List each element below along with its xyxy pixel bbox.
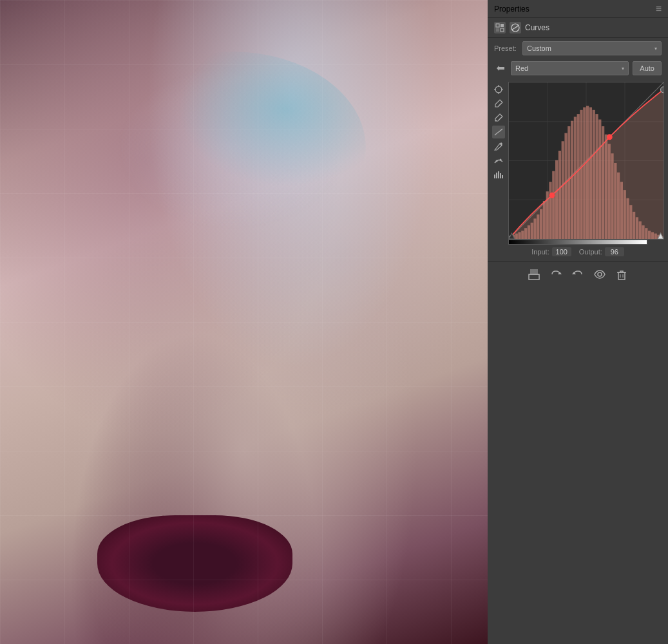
reset-button[interactable]	[549, 267, 563, 281]
undo-button[interactable]	[571, 267, 585, 281]
black-eyedropper-tool[interactable]	[492, 97, 505, 110]
delete-button[interactable]	[615, 267, 629, 281]
preset-dropdown-arrow: ▾	[654, 46, 657, 52]
histogram-view-tool[interactable]	[492, 168, 505, 181]
visibility-button[interactable]	[593, 267, 607, 281]
panel-header: Properties ≡	[488, 0, 668, 18]
clip-to-layer-button[interactable]	[527, 267, 541, 281]
svg-rect-19	[502, 175, 503, 178]
svg-point-12	[495, 120, 497, 121]
channel-value: Red	[515, 64, 528, 72]
preset-dropdown[interactable]: Custom ▾	[522, 41, 662, 55]
svg-rect-83	[618, 272, 625, 279]
curve-tool[interactable]	[492, 126, 505, 138]
tools-column	[491, 82, 506, 240]
svg-rect-78	[530, 269, 538, 274]
input-value: 100	[552, 247, 571, 256]
input-label: Input:	[531, 248, 549, 256]
output-value: 96	[605, 247, 624, 256]
curves-graph[interactable]	[508, 82, 664, 240]
svg-point-82	[598, 272, 602, 276]
svg-rect-18	[500, 173, 501, 178]
curves-icon[interactable]	[510, 22, 521, 33]
svg-point-13	[496, 160, 498, 162]
smooth-tool[interactable]	[492, 154, 505, 167]
curves-container	[488, 78, 668, 243]
gradient-strip	[508, 240, 647, 245]
bottom-toolbar	[488, 261, 668, 287]
canvas-image	[0, 0, 488, 644]
channel-dropdown[interactable]: Red ▾	[511, 61, 629, 75]
channel-arrows-icon[interactable]	[494, 62, 507, 75]
white-point[interactable]	[661, 87, 663, 93]
svg-rect-17	[498, 171, 499, 178]
adjustment-layer-icon[interactable]	[494, 22, 506, 33]
svg-rect-1	[501, 24, 504, 27]
svg-rect-2	[496, 28, 499, 32]
svg-rect-77	[529, 274, 539, 279]
svg-rect-0	[496, 24, 499, 27]
sample-point-tool[interactable]	[492, 83, 505, 96]
output-label: Output:	[579, 248, 602, 256]
curves-label: Curves	[525, 23, 549, 32]
preset-value: Custom	[527, 44, 551, 52]
svg-rect-15	[494, 175, 495, 178]
panel-menu-icon[interactable]: ≡	[656, 3, 662, 15]
gray-eyedropper-tool[interactable]	[492, 111, 505, 124]
preset-row: Preset: Custom ▾	[488, 38, 668, 59]
svg-point-14	[500, 159, 502, 161]
panel-title: Properties	[494, 5, 530, 14]
svg-rect-3	[501, 28, 504, 32]
gradient-strip-area	[488, 240, 668, 245]
curves-header: Curves	[488, 18, 668, 38]
pencil-tool[interactable]	[492, 140, 505, 153]
auto-button[interactable]: Auto	[633, 61, 662, 75]
svg-point-5	[495, 86, 502, 93]
svg-rect-16	[496, 173, 497, 178]
control-point-1[interactable]	[549, 193, 555, 198]
control-point-2[interactable]	[607, 134, 613, 140]
canvas-area	[0, 0, 488, 644]
channel-row: Red ▾ Auto	[488, 59, 668, 78]
curves-svg	[509, 82, 663, 239]
io-row: Input: 100 Output: 96	[488, 245, 668, 259]
preset-label: Preset:	[494, 44, 519, 52]
channel-dropdown-arrow: ▾	[622, 66, 624, 71]
properties-panel: Properties ≡ Curves Preset: Custom ▾	[488, 0, 668, 644]
